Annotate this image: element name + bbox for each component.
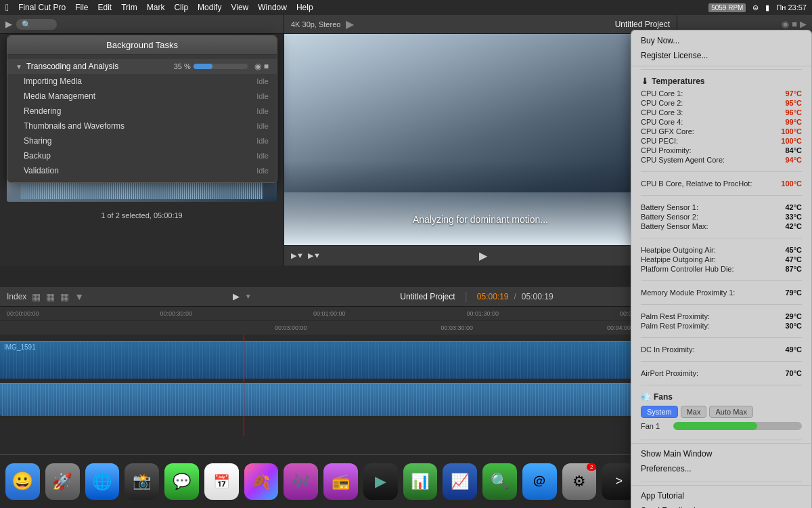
trim-menu[interactable]: Trim bbox=[121, 3, 137, 12]
edit-menu[interactable]: Edit bbox=[98, 3, 112, 12]
task-label-sharing: Sharing bbox=[24, 136, 256, 146]
tl-icon-3[interactable]: ▦ bbox=[60, 291, 69, 302]
mark-menu[interactable]: Mark bbox=[147, 3, 165, 12]
task-row-validation: Validation Idle bbox=[7, 163, 277, 178]
airport-section: AirPort Proximity: 70°C bbox=[631, 364, 811, 382]
tv-icon: ▶ bbox=[375, 473, 386, 490]
app-tutorial-item[interactable]: App Tutorial bbox=[631, 488, 811, 503]
register-license-item[interactable]: Register License... bbox=[631, 48, 811, 63]
tl-icon-1[interactable]: ▦ bbox=[32, 291, 41, 302]
sysprefs-badge: 2 bbox=[587, 463, 596, 471]
tl-icon-2[interactable]: ▦ bbox=[46, 291, 55, 302]
modify-menu[interactable]: Modify bbox=[198, 3, 221, 12]
temp-battery-2: Battery Sensor 2: 33°C bbox=[641, 212, 802, 221]
dock-item-photos[interactable]: 🍂 bbox=[244, 463, 279, 500]
divider-4 bbox=[641, 238, 802, 238]
tl-select-arrow[interactable]: ▼ bbox=[245, 293, 252, 300]
browser-search-input[interactable] bbox=[16, 19, 57, 30]
dock-item-tv[interactable]: ▶ bbox=[363, 463, 398, 500]
dock-item-screen[interactable]: 📸 bbox=[125, 463, 159, 500]
dock-item-messages[interactable]: 💬 bbox=[164, 463, 199, 500]
fan-mode-auto-max[interactable]: Auto Max bbox=[709, 406, 752, 418]
apple-menu[interactable]:  bbox=[5, 2, 9, 13]
divider-8 bbox=[641, 361, 802, 362]
tl-icon-4[interactable]: ▼ bbox=[74, 291, 84, 302]
dock-item-maps[interactable]: 🔍 bbox=[482, 463, 517, 500]
play-button[interactable]: ▶ bbox=[479, 249, 487, 262]
stocks-icon: 📈 bbox=[451, 473, 469, 490]
photos-icon: 🍂 bbox=[252, 473, 270, 490]
fan-mode-system[interactable]: System bbox=[641, 406, 678, 418]
task-label-rendering: Rendering bbox=[24, 106, 256, 116]
app-name[interactable]: Final Cut Pro bbox=[18, 3, 66, 12]
viewer-speaker-icon: ▶ bbox=[346, 18, 354, 30]
viewer-mode-selector[interactable]: ▶▼ bbox=[291, 251, 304, 260]
buy-now-item[interactable]: Buy Now... bbox=[631, 33, 811, 48]
task-pause-btn[interactable]: ■ bbox=[264, 62, 269, 71]
task-cancel-btn[interactable]: ◉ bbox=[254, 62, 261, 71]
task-label-validation: Validation bbox=[24, 166, 256, 175]
send-feedback-item[interactable]: Send Feedback... bbox=[631, 503, 811, 508]
temp-battery-max: Battery Sensor Max: 42°C bbox=[641, 221, 802, 231]
sysprefs-icon: ⚙ bbox=[572, 473, 586, 490]
view-menu[interactable]: View bbox=[231, 3, 248, 12]
music-icon: 🎶 bbox=[292, 473, 310, 490]
temp-cpu-peci: CPU PECI: 100°C bbox=[641, 136, 802, 146]
dock-item-music[interactable]: 🎶 bbox=[284, 463, 318, 500]
dock-item-launchpad[interactable]: 🚀 bbox=[45, 463, 80, 500]
viewer-controls[interactable]: ▶▼ ▶▼ ▶ 5:00:19 bbox=[284, 245, 677, 266]
temp-cpu-proximity: CPU Proximity: 84°C bbox=[641, 146, 802, 155]
temp-dc-in: DC In Proximity: 49°C bbox=[641, 345, 802, 354]
divider-11 bbox=[641, 482, 802, 482]
timeline-project-title: Untitled Project bbox=[400, 292, 455, 301]
temp-cpu-b-core: CPU B Core, Relative to ProcHot: 100°C bbox=[641, 179, 802, 188]
temp-airport: AirPort Proximity: 70°C bbox=[641, 368, 802, 378]
index-label[interactable]: Index bbox=[7, 292, 26, 301]
divider-2 bbox=[641, 171, 802, 172]
window-menu[interactable]: Window bbox=[258, 3, 287, 12]
dock-item-podcasts[interactable]: 📻 bbox=[323, 463, 358, 500]
fan-1-row: Fan 1 bbox=[641, 422, 802, 430]
task-label-media-mgmt: Media Management bbox=[24, 91, 256, 101]
temp-memory-1: Memory Module Proximity 1: 79°C bbox=[641, 288, 802, 297]
finder-icon: 😀 bbox=[12, 471, 33, 492]
show-main-window-item[interactable]: Show Main Window bbox=[631, 446, 811, 461]
dock-item-finder[interactable]: 😀 bbox=[5, 463, 40, 500]
menubar-left:  Final Cut Pro File Edit Trim Mark Clip… bbox=[5, 2, 313, 13]
task-row-backup: Backup Idle bbox=[7, 148, 277, 163]
dock-item-sysprefs[interactable]: ⚙ 2 bbox=[562, 463, 597, 500]
dock-item-stocks[interactable]: 📈 bbox=[443, 463, 477, 500]
dock-item-appstore[interactable]: ＠ bbox=[522, 463, 557, 500]
viewer-zoom-selector[interactable]: ▶▼ bbox=[308, 251, 321, 260]
expand-icon[interactable]: ▼ bbox=[16, 63, 22, 70]
inspector-icon-2[interactable]: ■ bbox=[792, 19, 797, 29]
thermometer-icon: 🌡 bbox=[641, 77, 649, 86]
temp-cpu-core-1: CPU Core 1: 97°C bbox=[641, 89, 802, 98]
dock-item-safari[interactable]: 🌐 bbox=[85, 463, 120, 500]
file-menu[interactable]: File bbox=[75, 3, 88, 12]
inspector-icon-1[interactable]: ◉ bbox=[782, 19, 789, 29]
viewer-format: 4K 30p, Stereo bbox=[291, 20, 340, 28]
help-menu[interactable]: Help bbox=[296, 3, 313, 12]
temperatures-section: 🌡 Temperatures CPU Core 1: 97°C CPU Core… bbox=[631, 72, 811, 169]
fan-1-fill bbox=[673, 422, 757, 430]
inspector-icon-3[interactable]: ▶ bbox=[800, 19, 807, 29]
timeline-time-total: 05:00:19 bbox=[522, 292, 554, 301]
dock-item-calendar[interactable]: 📅 bbox=[204, 463, 239, 500]
bg-tasks-panel: Background Tasks ▼ Transcoding and Analy… bbox=[7, 35, 277, 183]
tl-select-icon[interactable]: ▶ bbox=[233, 291, 240, 301]
overlay-menu: Buy Now... Register License... 🌡 Tempera… bbox=[631, 30, 812, 508]
task-status-rendering: Idle bbox=[256, 107, 269, 115]
temperatures-title: 🌡 Temperatures bbox=[641, 77, 802, 86]
dock-item-numbers[interactable]: 📊 bbox=[403, 463, 438, 500]
ruler-mark-3: 00:01:30:00 bbox=[466, 310, 499, 317]
task-row-thumbnails: Thumbnails and Waveforms Idle bbox=[7, 119, 277, 133]
divider-7 bbox=[641, 337, 802, 338]
podcasts-icon: 📻 bbox=[332, 473, 350, 490]
preferences-label: Preferences... bbox=[641, 464, 692, 473]
preferences-item[interactable]: Preferences... bbox=[631, 461, 811, 476]
divider-10 bbox=[641, 440, 802, 440]
clip-menu[interactable]: Clip bbox=[174, 3, 188, 12]
fan-mode-max[interactable]: Max bbox=[681, 406, 707, 418]
temp-palm-1: Palm Rest Proximity: 29°C bbox=[641, 312, 802, 321]
